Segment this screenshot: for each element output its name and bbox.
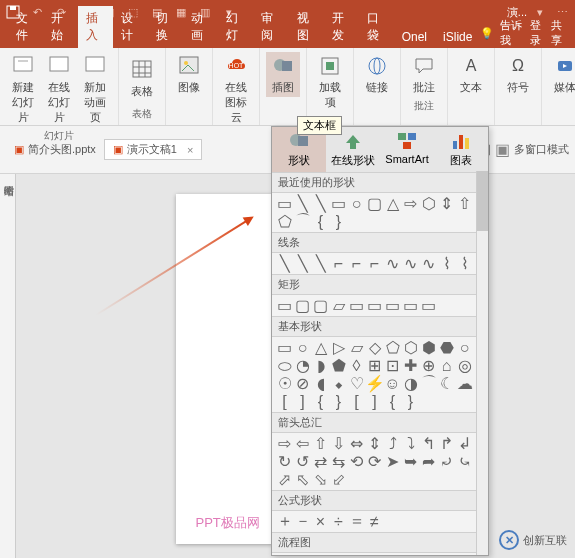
rect-5[interactable]: ▭ [348,297,365,314]
a-3[interactable]: ⇧ [312,435,329,452]
a-23[interactable]: ⬀ [276,471,293,488]
tab-animation[interactable]: 动画 [183,6,218,48]
b-2[interactable]: ○ [294,339,311,356]
b-33[interactable]: ☁ [456,375,473,392]
a-26[interactable]: ⬃ [330,471,347,488]
doc-tab-1[interactable]: ▣ 简介头图.pptx [6,140,104,159]
shape-circle[interactable]: ○ [348,195,365,212]
b-31[interactable]: ⌒ [420,375,437,392]
addin-button[interactable]: 加载 项 [313,52,347,112]
multiwindow-button[interactable]: 多窗口模式 [514,142,569,157]
shape-triangle[interactable]: △ [384,195,401,212]
f-1[interactable]: ＋ [276,513,293,530]
tab-slideshow[interactable]: 幻灯 [218,6,253,48]
fl-1[interactable]: ▭ [276,555,293,556]
shape-line2[interactable]: ╲ [312,195,329,212]
b-26[interactable]: ⬥ [330,375,347,392]
b-3[interactable]: △ [312,339,329,356]
link-button[interactable]: 链接 [360,52,394,97]
fl-6[interactable]: ⬭ [366,555,383,556]
line-11[interactable]: ⌇ [456,255,473,272]
fl-9[interactable]: ⬠ [420,555,437,556]
b-20[interactable]: ⊕ [420,357,437,374]
fl-4[interactable]: ▱ [330,555,347,556]
tab-home[interactable]: 开始 [43,6,78,48]
b-9[interactable]: ⬢ [420,339,437,356]
tab-file[interactable]: 文件 [8,6,43,48]
fl-7[interactable]: ○ [384,555,401,556]
b-28[interactable]: ⚡ [366,375,383,392]
a-8[interactable]: ⤵ [402,435,419,452]
line-1[interactable]: ╲ [276,255,293,272]
b-30[interactable]: ◑ [402,375,419,392]
b-35[interactable]: ] [294,393,311,410]
b-4[interactable]: ▷ [330,339,347,356]
share-link[interactable]: 共享 [551,18,567,48]
f-2[interactable]: － [294,513,311,530]
shape-pent[interactable]: ⬠ [276,213,293,230]
comment-button[interactable]: 批注 [407,52,441,97]
b-25[interactable]: ◖ [312,375,329,392]
b-29[interactable]: ☺ [384,375,401,392]
online-slide-button[interactable]: 在线 幻灯片 [42,52,76,127]
b-10[interactable]: ⬣ [438,339,455,356]
chart-tab[interactable]: 图表 [434,127,488,172]
b-32[interactable]: ☾ [438,375,455,392]
smartart-tab[interactable]: SmartArt [380,127,434,172]
shape-arrow-r[interactable]: ⇨ [402,195,419,212]
shape-roundrect[interactable]: ▢ [366,195,383,212]
a-24[interactable]: ⬁ [294,471,311,488]
rect-4[interactable]: ▱ [330,297,347,314]
scrollbar-thumb[interactable] [477,171,488,231]
b-27[interactable]: ♡ [348,375,365,392]
new-slide-button[interactable]: 新建 幻灯片 [6,52,40,127]
a-25[interactable]: ⬂ [312,471,329,488]
b-16[interactable]: ◊ [348,357,365,374]
b-14[interactable]: ◗ [312,357,329,374]
a-15[interactable]: ⇆ [330,453,347,470]
shape-hex[interactable]: ⬡ [420,195,437,212]
b-17[interactable]: ⊞ [366,357,383,374]
b-7[interactable]: ⬠ [384,339,401,356]
subbar-icon-3[interactable]: ▣ [495,140,510,159]
line-8[interactable]: ∿ [402,255,419,272]
fl-8[interactable]: ◊ [402,555,419,556]
a-7[interactable]: ⤴ [384,435,401,452]
b-23[interactable]: ☉ [276,375,293,392]
text-button[interactable]: A 文本 [454,52,488,97]
symbol-button[interactable]: Ω 符号 [501,52,535,97]
b-19[interactable]: ✚ [402,357,419,374]
f-6[interactable]: ≠ [366,513,383,530]
fl-11[interactable]: ▽ [456,555,473,556]
shape-arc[interactable]: ⌒ [294,213,311,230]
a-14[interactable]: ⇄ [312,453,329,470]
illustration-button[interactable]: 插图 [266,52,300,97]
fl-5[interactable]: ▭ [348,555,365,556]
tab-pocket[interactable]: 口袋 [359,6,394,48]
a-21[interactable]: ⤾ [438,453,455,470]
b-38[interactable]: [ [348,393,365,410]
fl-2[interactable]: ▢ [294,555,311,556]
f-3[interactable]: × [312,513,329,530]
rect-9[interactable]: ▭ [420,297,437,314]
shapes-scrollbar[interactable] [476,171,488,555]
tab-transition[interactable]: 切换 [148,6,183,48]
a-1[interactable]: ⇨ [276,435,293,452]
tellme-text[interactable]: 告诉我 [500,18,523,48]
line-9[interactable]: ∿ [420,255,437,272]
a-22[interactable]: ⤿ [456,453,473,470]
a-2[interactable]: ⇦ [294,435,311,452]
b-41[interactable]: } [402,393,419,410]
image-button[interactable]: 图像 [172,52,206,97]
b-11[interactable]: ○ [456,339,473,356]
b-13[interactable]: ◔ [294,357,311,374]
a-17[interactable]: ⟳ [366,453,383,470]
b-5[interactable]: ▱ [348,339,365,356]
b-12[interactable]: ⬭ [276,357,293,374]
b-1[interactable]: ▭ [276,339,293,356]
f-5[interactable]: ＝ [348,513,365,530]
f-4[interactable]: ÷ [330,513,347,530]
rect-3[interactable]: ▢ [312,297,329,314]
a-18[interactable]: ➤ [384,453,401,470]
shape-textbox[interactable]: ▭ [276,195,293,212]
